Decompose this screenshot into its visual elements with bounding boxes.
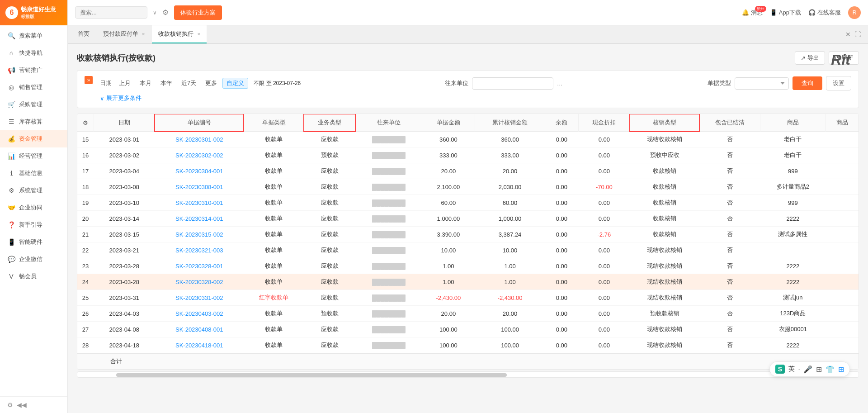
sidebar-item-finance[interactable]: 💰 资金管理 [0, 130, 67, 147]
cell-date: 2023-03-02 [94, 147, 155, 163]
cell-voucher-no[interactable]: SK-20230310-001 [155, 195, 244, 211]
date-custom[interactable]: 自定义 [222, 78, 248, 89]
cell-biz-type: 应收款 [304, 227, 355, 242]
cell-voucher-no[interactable]: SK-20230308-001 [155, 179, 244, 195]
sidebar-label-inventory: 库存核算 [19, 118, 42, 126]
sidebar-item-system[interactable]: ⚙ 系统管理 [0, 182, 67, 199]
counterpart-input[interactable] [472, 77, 553, 90]
sidebar-item-quicknav[interactable]: ⌂ 快捷导航 [0, 44, 67, 62]
cell-num: 18 [77, 179, 94, 195]
floating-mic-icon[interactable]: 🎤 [803, 365, 812, 374]
query-btn[interactable]: 查询 [793, 76, 822, 90]
cell-product1 [760, 242, 826, 258]
online-service-btn[interactable]: 🎧 在线客服 [808, 9, 841, 17]
sidebar-label-basic: 基础信息 [19, 169, 42, 177]
app-download-btn[interactable]: 📱 App下载 [770, 9, 801, 17]
settings-icon[interactable]: ⚙ [7, 401, 13, 408]
export-btn[interactable]: ↗ 导出 [795, 51, 825, 65]
tab-collection[interactable]: 收款核销执行 × [152, 25, 206, 43]
cell-num: 27 [77, 322, 94, 337]
floating-apps-icon[interactable]: ⊞ [838, 365, 844, 374]
table-container: ⚙ 日期 单据编号 单据类型 业务类型 往来单位 单据金额 累计核销金额 余额 … [77, 114, 859, 370]
tab-fullscreen-icon[interactable]: ⛶ [854, 31, 861, 38]
th-settings[interactable]: ⚙ [77, 114, 94, 132]
sidebar-item-purchase[interactable]: 🛒 采购管理 [0, 96, 67, 113]
notification-btn[interactable]: 🔔 消息 99+ [742, 9, 763, 17]
date-7days[interactable]: 近7天 [178, 78, 200, 88]
cell-offset-type: 现结收款核销 [630, 337, 699, 354]
industry-btn[interactable]: 体验行业方案 [174, 5, 222, 20]
floating-text-icon[interactable]: 英 [788, 365, 795, 373]
cell-date: 2023-03-21 [94, 242, 155, 258]
cell-includes-settled: 否 [699, 322, 760, 337]
filter-expand-btn[interactable]: » [85, 76, 93, 84]
floating-grid-icon[interactable]: ⊞ [816, 365, 822, 374]
sidebar-item-vip[interactable]: V 畅会员 [0, 268, 67, 285]
cell-amount: 360.00 [422, 132, 475, 147]
date-this-year[interactable]: 本年 [157, 78, 176, 88]
cell-voucher-no[interactable]: SK-20230321-003 [155, 242, 244, 258]
date-this-month[interactable]: 本月 [136, 78, 155, 88]
voucher-type-select[interactable] [735, 77, 789, 90]
breadcrumb-input[interactable] [75, 6, 147, 19]
cell-voucher-no[interactable]: SK-20230408-001 [155, 322, 244, 337]
sidebar-item-corp[interactable]: 🤝 企业协同 [0, 199, 67, 216]
collapse-icon[interactable]: ◀◀ [17, 401, 27, 408]
cell-balance: 0.00 [545, 147, 579, 163]
cell-balance: 0.00 [545, 132, 579, 147]
footer-cum-amount [475, 353, 545, 369]
tab-prepay[interactable]: 预付款应付单 × [97, 25, 151, 43]
sidebar-item-operations[interactable]: 📊 经营管理 [0, 147, 67, 165]
tab-close-all-icon[interactable]: ✕ [845, 31, 851, 38]
sidebar-item-sales[interactable]: ◎ 销售管理 [0, 79, 67, 96]
phone-icon: 📱 [770, 9, 777, 16]
cell-voucher-no[interactable]: SK-20230304-001 [155, 163, 244, 179]
table-row: 27 2023-04-08 SK-20230408-001 收款单 应收款 ██… [77, 322, 859, 337]
sidebar-item-marketing[interactable]: 📢 营销推广 [0, 62, 67, 79]
table-row: 24 2023-03-28 SK-20230328-002 收款单 应收款 ██… [77, 274, 859, 290]
sidebar-item-search[interactable]: 🔍 搜索菜单 [0, 27, 67, 44]
gear-icon[interactable]: ⚙ [162, 8, 169, 17]
headset-icon: 🎧 [808, 9, 816, 16]
sidebar-item-guide[interactable]: ❓ 新手引导 [0, 216, 67, 233]
cell-voucher-no[interactable]: SK-20230331-002 [155, 290, 244, 306]
cell-includes-settled: 否 [699, 227, 760, 242]
cell-voucher-no[interactable]: SK-20230328-001 [155, 258, 244, 274]
tab-home[interactable]: 首页 [71, 25, 96, 43]
cell-num: 22 [77, 242, 94, 258]
cell-balance: 0.00 [545, 163, 579, 179]
tab-close-prepay[interactable]: × [142, 31, 145, 37]
sidebar-item-wechat[interactable]: 💬 企业微信 [0, 251, 67, 268]
floating-dot-icon: • [798, 367, 800, 371]
cell-amount: 1.00 [422, 258, 475, 274]
filter-settings-btn[interactable]: 设置 [826, 76, 851, 90]
cell-includes-settled: 否 [699, 306, 760, 322]
expand-more-btn[interactable]: ∨ 展开更多条件 [100, 94, 851, 102]
sidebar-item-basic[interactable]: ℹ 基础信息 [0, 165, 67, 182]
cell-voucher-no[interactable]: SK-20230328-002 [155, 274, 244, 290]
date-more[interactable]: 更多 [202, 78, 221, 88]
cell-num: 19 [77, 195, 94, 211]
floating-shirt-icon[interactable]: 👕 [826, 365, 835, 374]
cell-discount: 0.00 [578, 290, 630, 306]
cell-product2 [826, 242, 859, 258]
cell-voucher-no[interactable]: SK-20230315-002 [155, 227, 244, 242]
cell-amount: 1,000.00 [422, 211, 475, 227]
cell-voucher-no[interactable]: SK-20230301-002 [155, 132, 244, 147]
date-last-month[interactable]: 上月 [115, 78, 134, 88]
cell-voucher-no[interactable]: SK-20230403-002 [155, 306, 244, 322]
tab-close-collection[interactable]: × [197, 31, 200, 37]
sidebar-item-hardware[interactable]: 📱 智能硬件 [0, 233, 67, 251]
cell-voucher-no[interactable]: SK-20230302-002 [155, 147, 244, 163]
table-row: 26 2023-04-03 SK-20230403-002 收款单 预收款 ██… [77, 306, 859, 322]
avatar[interactable]: R [848, 6, 861, 19]
cell-voucher-no[interactable]: SK-20230418-001 [155, 337, 244, 354]
cell-voucher-type: 收款单 [244, 163, 304, 179]
cell-discount: -2.76 [578, 227, 630, 242]
cell-voucher-no[interactable]: SK-20230314-001 [155, 211, 244, 227]
table-row: 21 2023-03-15 SK-20230315-002 收款单 应收款 ██… [77, 227, 859, 242]
cell-amount: 100.00 [422, 322, 475, 337]
horizontal-scrollbar[interactable] [77, 371, 859, 378]
sidebar-item-inventory[interactable]: ☰ 库存核算 [0, 113, 67, 130]
cell-amount: 20.00 [422, 306, 475, 322]
